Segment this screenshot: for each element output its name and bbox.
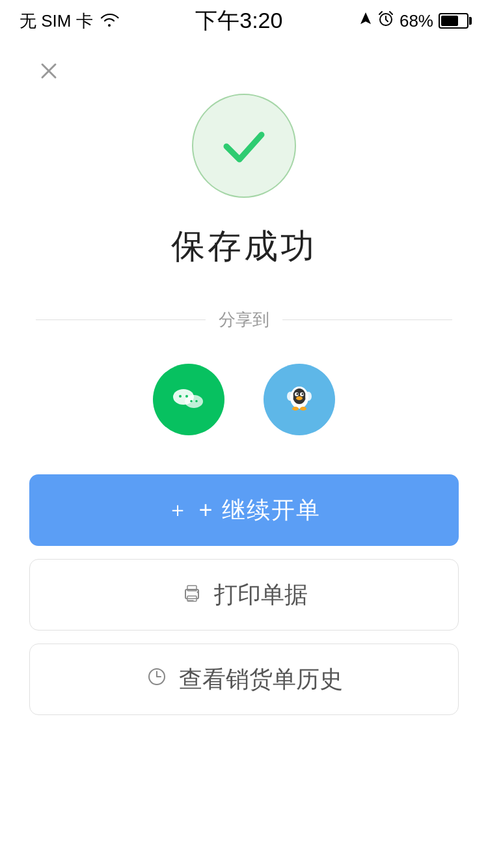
- print-icon: [180, 580, 204, 609]
- divider-line-right: [282, 319, 452, 320]
- svg-point-15: [302, 393, 304, 395]
- qq-share-button[interactable]: [264, 364, 335, 435]
- svg-point-9: [195, 400, 197, 402]
- history-button[interactable]: 查看销货单历史: [29, 644, 459, 715]
- success-icon-circle: [192, 94, 296, 198]
- svg-point-18: [305, 392, 312, 401]
- alarm-icon: [377, 10, 394, 32]
- divider-line-left: [36, 319, 206, 320]
- main-content: 保存成功 分享到: [0, 42, 488, 715]
- location-icon: [359, 11, 372, 31]
- close-button[interactable]: [33, 55, 65, 87]
- battery-icon: [439, 13, 468, 29]
- svg-point-14: [297, 393, 299, 395]
- wechat-share-button[interactable]: [153, 364, 224, 435]
- svg-point-17: [287, 392, 293, 401]
- svg-point-7: [185, 395, 188, 398]
- continue-button[interactable]: ＋ + 继续开单: [29, 474, 459, 546]
- print-button[interactable]: 打印单据: [29, 559, 459, 631]
- share-divider: 分享到: [36, 308, 452, 331]
- share-label: 分享到: [219, 308, 269, 331]
- continue-label: + 继续开单: [198, 495, 320, 526]
- carrier-text: 无 SIM 卡: [20, 10, 93, 33]
- status-right: 68%: [359, 10, 468, 32]
- svg-point-6: [179, 395, 182, 398]
- svg-point-26: [197, 591, 199, 593]
- svg-point-19: [292, 407, 299, 411]
- action-buttons: ＋ + 继续开单 打印单据: [29, 474, 459, 715]
- wifi-icon: [100, 11, 119, 31]
- svg-point-20: [300, 407, 306, 411]
- print-label: 打印单据: [214, 579, 308, 611]
- success-title: 保存成功: [171, 224, 317, 269]
- status-left: 无 SIM 卡: [20, 10, 119, 33]
- status-bar: 无 SIM 卡 下午3:20 68%: [0, 0, 488, 42]
- history-icon: [145, 665, 169, 694]
- battery-percent: 68%: [400, 11, 433, 31]
- svg-point-8: [190, 400, 192, 402]
- svg-point-16: [296, 396, 303, 400]
- status-time: 下午3:20: [119, 6, 359, 36]
- plus-icon: ＋: [167, 496, 188, 524]
- share-icons: [153, 364, 335, 435]
- history-label: 查看销货单历史: [179, 664, 343, 696]
